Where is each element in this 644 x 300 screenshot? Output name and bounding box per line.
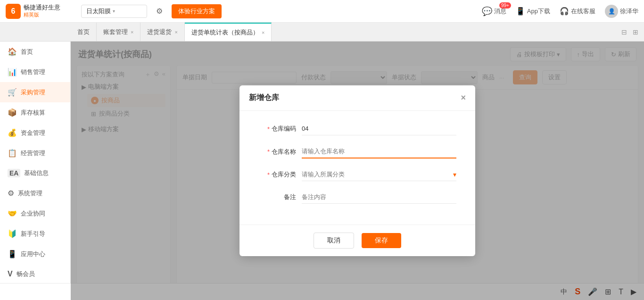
form-row-code: * 仓库编码	[258, 122, 456, 135]
sidebar-item-basicinfo-label: 基础信息	[24, 169, 49, 177]
settings-icon[interactable]: ⚙	[152, 4, 167, 19]
dialog-close-button[interactable]: ×	[461, 93, 466, 103]
remark-label: 备注	[258, 193, 296, 201]
tab-purchase-stats-close[interactable]: ×	[262, 30, 264, 35]
messages-badge: 99+	[499, 2, 511, 8]
operations-icon: 📋	[8, 149, 17, 158]
tab-minimize-icon[interactable]: ⊟	[619, 26, 629, 38]
warehouse-remark-input[interactable]	[302, 191, 456, 204]
sidebar-item-system-label: 系统管理	[18, 189, 42, 198]
dialog-body: * 仓库编码 * 仓库名称	[239, 111, 475, 225]
dialog-add-warehouse: 新增仓库 × * 仓库编码 *	[239, 85, 475, 256]
dialog-footer: 取消 保存	[239, 225, 475, 256]
code-label: * 仓库编码	[258, 125, 296, 133]
content-area: 进货单统计(按商品) 🖨 按模板打印 ▾ ↑ 导出 ↻ 刷新	[71, 42, 644, 300]
required-marker-cat: *	[267, 171, 270, 178]
sidebar-item-sales-label: 销售管理	[21, 68, 45, 76]
logo-area: 6 畅捷通好生意 精英版	[6, 4, 76, 19]
finance-icon: 💰	[8, 128, 17, 137]
trial-button[interactable]: 体验行业方案	[172, 4, 222, 18]
store-name: 日太阳膜	[86, 7, 111, 16]
tab-expand-icon[interactable]: ⊞	[631, 26, 640, 38]
sidebar-item-system[interactable]: ⚙ 系统管理	[0, 183, 70, 203]
top-header: 6 畅捷通好生意 精英版 日太阳膜 ▾ ⚙ 体验行业方案 💬 消息 99+ 📱 …	[0, 0, 644, 23]
sidebar-item-apps[interactable]: 📱 应用中心	[0, 244, 70, 264]
guide-icon: 🔰	[8, 229, 17, 238]
tab-actions: ⊟ ⊞	[619, 26, 644, 38]
username: 徐泽华	[620, 7, 638, 16]
sidebar-item-inventory-label: 库存核算	[21, 108, 45, 117]
tab-account[interactable]: 账套管理 ×	[97, 23, 140, 41]
tab-home[interactable]: 首页	[71, 23, 97, 41]
form-row-category: * 仓库分类 ▾	[258, 168, 456, 181]
online-service-label: 在线客服	[571, 7, 595, 16]
basicinfo-icon: EA	[8, 169, 20, 177]
sidebar-item-apps-label: 应用中心	[21, 250, 45, 258]
warehouse-code-input[interactable]	[302, 122, 456, 135]
logo-sub: 精英版	[24, 11, 60, 18]
sidebar-item-sales[interactable]: 📊 销售管理	[0, 62, 70, 82]
sidebar-item-finance[interactable]: 💰 资金管理	[0, 123, 70, 143]
sidebar-item-home[interactable]: 🏠 首页	[0, 42, 70, 62]
form-row-name: * 仓库名称	[258, 145, 456, 158]
chevron-down-icon: ▾	[113, 8, 115, 14]
category-label: * 仓库分类	[258, 170, 296, 179]
warehouse-category-input[interactable]	[302, 168, 453, 181]
dialog-title: 新增仓库	[249, 93, 279, 103]
tab-home-label: 首页	[77, 28, 90, 36]
tab-account-close[interactable]: ×	[131, 29, 133, 35]
dialog-header: 新增仓库 ×	[239, 85, 475, 111]
header-right: 💬 消息 99+ 📱 App下载 🎧 在线客服 👤 徐泽华	[482, 5, 638, 18]
form-row-remark: 备注	[258, 191, 456, 204]
sidebar-item-vip[interactable]: V 畅会员	[0, 264, 70, 284]
messages-button[interactable]: 💬 消息 99+	[482, 6, 506, 17]
tab-bar: 首页 账套管理 × 进货退货 × 进货单统计表（按商品） × ⊟ ⊞	[0, 23, 644, 42]
required-marker: *	[267, 125, 270, 133]
home-icon: 🏠	[8, 47, 17, 56]
save-button[interactable]: 保存	[362, 233, 401, 248]
sidebar: 🏠 首页 📊 销售管理 🛒 采购管理 📦 库存核算 💰 资金管理 📋 经营管理 …	[0, 42, 71, 300]
overlay: 新增仓库 × * 仓库编码 *	[71, 42, 644, 300]
system-icon: ⚙	[8, 189, 14, 198]
sidebar-item-purchase[interactable]: 🛒 采购管理	[0, 82, 70, 102]
user-profile[interactable]: 👤 徐泽华	[605, 5, 638, 18]
cancel-button[interactable]: 取消	[314, 233, 354, 249]
tab-purchase-stats-label: 进货单统计表（按商品）	[191, 28, 259, 37]
tab-purchase-return[interactable]: 进货退货 ×	[140, 23, 184, 41]
sidebar-item-guide[interactable]: 🔰 新手引导	[0, 224, 70, 244]
tab-purchase-return-label: 进货退货	[147, 28, 172, 36]
name-label: * 仓库名称	[258, 148, 296, 156]
sidebar-item-home-label: 首页	[21, 48, 33, 56]
sidebar-item-operations[interactable]: 📋 经营管理	[0, 143, 70, 163]
sidebar-item-guide-label: 新手引导	[21, 230, 45, 238]
sidebar-item-finance-label: 资金管理	[21, 129, 45, 137]
category-input-wrapper[interactable]: ▾	[302, 168, 456, 181]
sidebar-item-enterprise-label: 企业协同	[21, 209, 45, 218]
sidebar-item-purchase-label: 采购管理	[21, 88, 45, 97]
apps-icon: 📱	[8, 250, 17, 258]
required-marker-name: *	[267, 148, 270, 155]
logo-icon: 6	[6, 4, 21, 19]
sales-icon: 📊	[8, 67, 17, 76]
warehouse-name-input[interactable]	[302, 145, 456, 158]
tab-account-label: 账套管理	[103, 28, 128, 36]
app-download-button[interactable]: 📱 App下载	[516, 7, 550, 16]
sidebar-item-basicinfo[interactable]: EA 基础信息	[0, 163, 70, 183]
sidebar-item-inventory[interactable]: 📦 库存核算	[0, 102, 70, 123]
tab-purchase-return-close[interactable]: ×	[174, 29, 177, 35]
category-dropdown-icon[interactable]: ▾	[453, 171, 456, 178]
purchase-icon: 🛒	[8, 88, 17, 97]
vip-icon: V	[8, 270, 13, 278]
online-service-button[interactable]: 🎧 在线客服	[560, 7, 595, 16]
main-layout: 🏠 首页 📊 销售管理 🛒 采购管理 📦 库存核算 💰 资金管理 📋 经营管理 …	[0, 42, 644, 300]
sidebar-item-enterprise[interactable]: 🤝 企业协同	[0, 203, 70, 224]
app-download-label: App下载	[527, 7, 550, 16]
enterprise-icon: 🤝	[8, 209, 17, 218]
inventory-icon: 📦	[8, 108, 17, 117]
tab-purchase-stats[interactable]: 进货单统计表（按商品） ×	[185, 23, 272, 41]
store-selector[interactable]: 日太阳膜 ▾	[81, 5, 147, 18]
sidebar-item-operations-label: 经营管理	[21, 149, 45, 158]
sidebar-item-vip-label: 畅会员	[17, 270, 35, 278]
logo-title: 畅捷通好生意	[24, 4, 60, 11]
avatar: 👤	[605, 5, 618, 18]
